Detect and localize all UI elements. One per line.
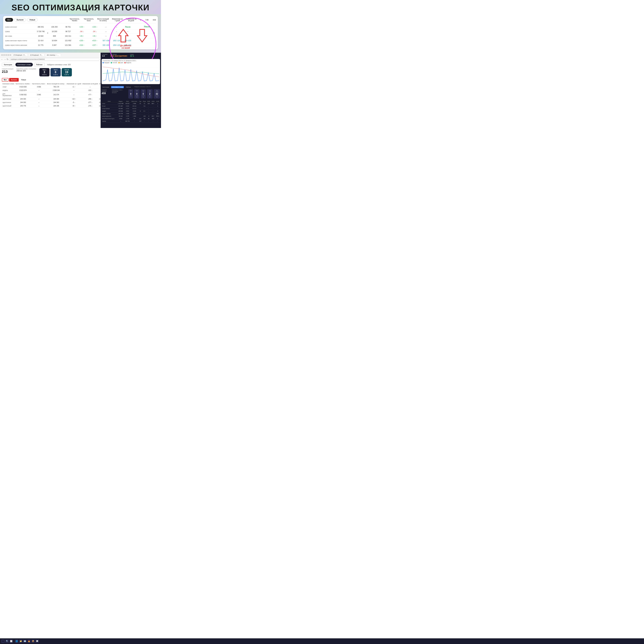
browser-controls xyxy=(1,54,11,56)
filter-dropped[interactable]: Выпали xyxy=(9,78,19,82)
mini-cell-ch7: - xyxy=(138,115,142,117)
mini-cell-d1: -4 xyxy=(147,115,151,117)
chip-top100-value: 2 xyxy=(148,93,151,95)
mini-cell-ch30: 2 1 xyxy=(142,110,147,112)
mini-cell-ch7: -9 xyxy=(138,110,142,112)
top5-label: Топ 5 xyxy=(52,69,59,71)
table-row: для беременных 5 058 362 3 945 141 574 –… xyxy=(2,92,100,97)
chart-svg xyxy=(103,64,159,83)
cell-ch7: – xyxy=(66,92,82,97)
browser-chrome: (7) Входящие - Почт... (2) Входящие - По… xyxy=(0,53,100,58)
table-header-row: Все Выпали Новые ЧастотностьYandex Часто… xyxy=(5,18,156,23)
mini-cell-yandex: 2 321 080 xyxy=(117,102,125,105)
forward-button[interactable]: → xyxy=(4,58,6,61)
chip-top1000-label: Топ 1000 xyxy=(155,90,159,93)
tab-all[interactable]: Все xyxy=(5,18,13,22)
browser-tab[interactable]: (7) Входящие - Почт... xyxy=(12,54,28,56)
chart-title: Статистика с 23 января 2023 по 21 феврал… xyxy=(103,60,159,61)
legend-dot-stock xyxy=(111,62,112,63)
br-tab-keywords[interactable]: Ключевые слова xyxy=(111,86,124,88)
chip-top1-pct: 0% xyxy=(130,95,132,97)
mini-cell-yandex: 763 861 xyxy=(117,107,125,110)
chip-top5-pct: 0,45 % xyxy=(135,95,138,98)
stats-row: Средняя позиция 213 Ключевые слова с поз… xyxy=(2,68,99,76)
th-yandex: Частотность Yandex ↑ xyxy=(15,83,31,85)
tab-new[interactable]: Новые xyxy=(27,18,38,22)
chip-top10-value: 0 xyxy=(142,93,145,95)
col-ozon: ЧастотностьOzon xyxy=(84,18,94,22)
mini-cell-d3: 1 xyxy=(155,102,160,105)
address-bar[interactable]: marketguru.io/wb/competitors/nomenclatur… xyxy=(9,58,100,61)
back-button[interactable]: ← xyxy=(1,58,3,61)
col-ch7: Изменения за7 дней xyxy=(112,18,123,22)
mini-cell-ch30: +11 xyxy=(142,105,147,107)
tab-rating[interactable]: Рейтинг xyxy=(34,63,44,67)
mini-cell-kw: иммунодорозин xyxy=(102,115,117,117)
tab-categories[interactable]: Категории xyxy=(2,63,14,67)
chip-top10-label: Топ 10 xyxy=(142,90,145,93)
mini-cell-total: 8 553 xyxy=(131,112,138,115)
mini-cell-d2: - xyxy=(151,105,155,107)
br-avg-value: 459 xyxy=(102,92,110,95)
top10-value: 19 xyxy=(63,71,70,74)
br-stats: Средняя позиция 459 Ключевые слова с поз… xyxy=(102,89,160,100)
discount-value: 35 % xyxy=(130,55,134,57)
filter-all[interactable]: Все xyxy=(2,78,8,82)
refresh-button[interactable]: ↻ xyxy=(7,58,8,61)
th-keyword: Ключевое слово xyxy=(2,83,15,85)
kw-pos-value: 258 из 325 xyxy=(17,70,36,72)
table-row: спорт 8 623 050 4 959 760 179 +1 ↑ – – – xyxy=(2,85,100,89)
mini-cell-yandex: – xyxy=(117,120,125,122)
avg-pos-value: 213 xyxy=(2,70,13,74)
top1-label: Топ 1 xyxy=(41,69,48,71)
tab-dropped[interactable]: Выпали xyxy=(14,18,26,22)
tab-keywords[interactable]: Ключевые слова xyxy=(15,63,33,67)
filter-new[interactable]: Новые xyxy=(19,78,28,82)
mini-cell-ozon: 2 590 xyxy=(124,112,131,115)
mini-cell-d2: - xyxy=(151,112,155,115)
supplier-label: Поставщик xyxy=(110,54,127,55)
br-tab-categories[interactable]: Категории xyxy=(102,86,110,88)
arrow-up-icon xyxy=(136,29,148,43)
found-count: Найдено ключевых слов: 325 xyxy=(47,64,71,66)
mini-cell-d3: 800 xyxy=(155,112,160,115)
browser-tab[interactable]: (2) Входящие - Почт... xyxy=(29,54,44,56)
mini-cell-d1: 36 xyxy=(147,117,151,120)
top-table-section: Все Выпали Новые ЧастотностьYandex Часто… xyxy=(0,14,161,53)
browser-dot xyxy=(1,54,3,56)
cell-yandex: 8 523 974 xyxy=(15,89,31,92)
avg-pos-label: Средняя позиция xyxy=(2,68,13,70)
chip-top1000-value: 42 xyxy=(155,93,159,95)
legend-dot-revenue xyxy=(124,62,126,63)
after-label: После xyxy=(144,25,150,28)
legend-stock: Остатки xyxy=(111,62,117,63)
mini-cell-total: 9 144 xyxy=(131,110,138,112)
cell-ch30: -276 ↓ xyxy=(82,104,98,108)
cell-ch30: -258 ↓ xyxy=(82,97,98,101)
cell-total: 141 574 xyxy=(46,92,66,97)
nav-right-arrow[interactable]: › xyxy=(154,31,155,35)
table-row: однотонные 244 303 – 194 304 +22 ↑ -258 … xyxy=(2,97,100,101)
br-avg-pos: Средняя позиция 459 xyxy=(102,89,110,100)
mini-cell-d3: 1 xyxy=(155,105,160,107)
browser-tab-active[interactable]: skin перевод — Яндек... xyxy=(45,54,61,56)
mini-cell-yandex: 128 755 xyxy=(117,112,125,115)
mini-cell-ozon: 4 912 xyxy=(124,110,131,112)
browser-dot xyxy=(7,54,9,56)
br-tab-rating[interactable]: Рейтинг xyxy=(125,86,132,88)
nav-left-arrow[interactable]: ‹ xyxy=(47,31,48,35)
chip-top100-pct: 3,10 % xyxy=(148,95,151,98)
top5-badge: Топ 5 8 2,46 % xyxy=(50,68,61,76)
cell-keyword: однотонный xyxy=(2,104,15,108)
mini-table-row: скидка 159 632 4 912 9 144 -9 2 1 - - 3 xyxy=(102,110,160,112)
col-ch30: Изменения за30 дней xyxy=(126,18,136,22)
svg-marker-1 xyxy=(137,29,147,42)
banner-title: SEO ОПТИМИЗАЦИЯ КАРТОЧКИ xyxy=(4,3,157,12)
mini-cell-d2: - xyxy=(151,120,155,122)
mini-cell-kw: бесцв xyxy=(102,105,117,107)
chip-top5-label: Топ 5 xyxy=(135,90,138,93)
mini-cell-d2: 100 ↑ xyxy=(151,115,155,117)
chip-top10-pct: 0,45 % xyxy=(142,95,145,98)
col-date2: 7.02 xyxy=(145,19,148,21)
mini-cell-ch30: -11 xyxy=(142,102,147,105)
